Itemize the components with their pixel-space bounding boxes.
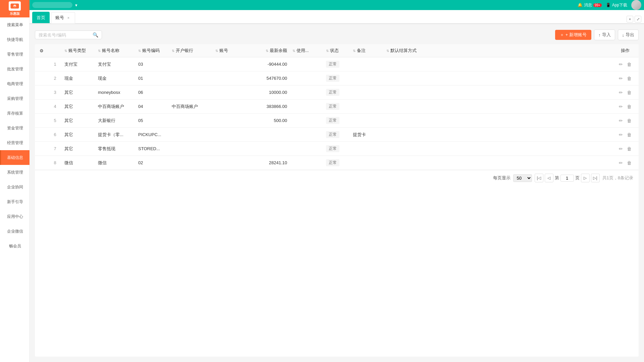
export-button[interactable]: ↓ 导出	[618, 29, 639, 40]
row-settlement	[384, 128, 612, 142]
row-action: ✏ 🗑	[612, 156, 639, 170]
sidebar-item-operations[interactable]: 经营管理	[0, 135, 30, 150]
edit-button[interactable]: ✏	[618, 160, 624, 166]
row-account	[213, 156, 246, 170]
row-bank	[169, 156, 213, 170]
row-settlement	[384, 57, 612, 71]
row-type: 其它	[62, 142, 95, 156]
row-code: 05	[136, 114, 169, 128]
sidebar-item-system[interactable]: 系统管理	[0, 165, 30, 180]
sidebar-item-retail[interactable]: 零售管理	[0, 47, 30, 62]
sidebar-item-enterprise-agreement[interactable]: 企业协同	[0, 180, 30, 194]
export-icon: ↓	[622, 33, 625, 38]
row-settlement	[384, 85, 612, 100]
app-download-button[interactable]: 📱 App下载	[606, 2, 627, 8]
sidebar-item-basic-info[interactable]: 基础信息	[0, 150, 30, 165]
sidebar-item-ecommerce[interactable]: 电商管理	[0, 76, 30, 91]
table-row: 2 现金 现金 01 547670.00 正常 ✏ 🗑	[35, 71, 639, 85]
sidebar-item-app-center[interactable]: 应用中心	[0, 209, 30, 224]
delete-button[interactable]: 🗑	[626, 89, 633, 96]
import-button[interactable]: ↑ 导入	[594, 29, 615, 40]
tab-maximize-button[interactable]: ⤢	[635, 16, 641, 22]
col-name-header[interactable]: ⇅ 账号名称	[95, 44, 136, 57]
page-nav: |◁ ◁ 第 页 ▷ ▷|	[535, 174, 600, 182]
sidebar-item-quick-nav[interactable]: 快捷导航	[0, 32, 30, 47]
delete-button[interactable]: 🗑	[626, 103, 633, 110]
edit-button[interactable]: ✏	[618, 117, 624, 124]
bell-icon: 🔔	[578, 3, 583, 7]
last-page-button[interactable]: ▷|	[591, 174, 600, 182]
delete-button[interactable]: 🗑	[626, 117, 633, 124]
delete-button[interactable]: 🗑	[626, 160, 633, 166]
delete-button[interactable]: 🗑	[626, 75, 633, 82]
row-usage	[290, 100, 323, 114]
export-label: 导出	[626, 32, 634, 38]
row-bank	[169, 114, 213, 128]
tab-accounts[interactable]: 账号 ×	[51, 12, 75, 23]
notification-button[interactable]: 🔔 消息 99+	[578, 2, 602, 8]
table-body: 1 支付宝 支付宝 03 -90444.00 正常 ✏ 🗑 2 现金 现金 01…	[35, 57, 639, 170]
row-action: ✏ 🗑	[612, 71, 639, 85]
tab-accounts-close[interactable]: ×	[66, 15, 71, 20]
content-area: 🔍 ＋ + 新增账号 ↑ 导入 ↓ 导出	[30, 24, 644, 362]
row-code: 02	[136, 156, 169, 170]
sidebar-item-search-order[interactable]: 搜索菜单	[0, 17, 30, 32]
sidebar-item-enterprise-wechat[interactable]: 企业微信	[0, 224, 30, 239]
col-type-header[interactable]: ⇅ 账号类型	[62, 44, 95, 57]
sidebar-item-newbie[interactable]: 新手引导	[0, 194, 30, 209]
col-remark-header[interactable]: ⇅ 备注	[350, 44, 384, 57]
search-dropdown-icon[interactable]: ▾	[75, 3, 77, 8]
row-seq: 3	[48, 85, 62, 100]
app-search-input[interactable]	[32, 2, 72, 8]
col-usage-header[interactable]: ⇅ 使用...	[290, 44, 323, 57]
row-type: 其它	[62, 128, 95, 142]
row-settlement	[384, 156, 612, 170]
tab-bar-area: 首页 账号 × × ⤢	[30, 10, 644, 24]
edit-button[interactable]: ✏	[618, 61, 624, 68]
sort-icon: ⇅	[138, 49, 141, 53]
col-code-header[interactable]: ⇅ 账号编码	[136, 44, 169, 57]
col-status-header[interactable]: ⇅ 状态	[323, 44, 350, 57]
tab-close-all-button[interactable]: ×	[627, 16, 633, 22]
sidebar-item-finance[interactable]: 资金管理	[0, 121, 30, 135]
total-info: 共1页，8条记录	[602, 175, 633, 181]
prev-page-button[interactable]: ◁	[545, 174, 553, 182]
page-number-input[interactable]	[560, 175, 574, 182]
edit-button[interactable]: ✏	[618, 103, 624, 110]
add-account-button[interactable]: ＋ + 新增账号	[555, 30, 591, 40]
delete-button[interactable]: 🗑	[626, 145, 633, 152]
page-size-select[interactable]: 50 100 200	[513, 174, 532, 182]
row-remark	[350, 114, 384, 128]
row-bank: 中百商场账户	[169, 100, 213, 114]
page-suffix: 页	[575, 175, 580, 181]
sidebar-item-purchase[interactable]: 采购管理	[0, 91, 30, 106]
tab-home[interactable]: 首页	[32, 12, 50, 23]
col-settlement-header[interactable]: ⇅ 默认结算方式	[384, 44, 612, 57]
delete-button[interactable]: 🗑	[626, 61, 633, 68]
row-code: 06	[136, 85, 169, 100]
sidebar-item-wholesale[interactable]: 批发管理	[0, 62, 30, 76]
next-page-button[interactable]: ▷	[581, 174, 590, 182]
search-input[interactable]	[39, 33, 93, 38]
row-bank	[169, 128, 213, 142]
row-seq: 5	[48, 114, 62, 128]
sidebar-item-label: 新手引导	[7, 199, 23, 205]
row-code: 01	[136, 71, 169, 85]
col-account-label: 账号	[219, 48, 228, 53]
col-account-header[interactable]: ⇅ 账号	[213, 44, 246, 57]
first-page-button[interactable]: |◁	[535, 174, 543, 182]
edit-button[interactable]: ✏	[618, 131, 624, 138]
sidebar-item-membership[interactable]: 畅会员	[0, 239, 30, 253]
col-settings[interactable]: ⚙	[35, 44, 48, 57]
user-avatar[interactable]	[631, 0, 641, 10]
col-bank-header[interactable]: ⇅ 开户银行	[169, 44, 213, 57]
settings-icon[interactable]: ⚙	[40, 48, 44, 53]
delete-button[interactable]: 🗑	[626, 131, 633, 138]
col-bank-label: 开户银行	[176, 48, 193, 53]
row-account	[213, 85, 246, 100]
sidebar-item-inventory[interactable]: 库存核算	[0, 106, 30, 121]
edit-button[interactable]: ✏	[618, 145, 624, 152]
col-balance-header[interactable]: ⇅ 最新余额	[246, 44, 290, 57]
edit-button[interactable]: ✏	[618, 89, 624, 96]
edit-button[interactable]: ✏	[618, 75, 624, 82]
